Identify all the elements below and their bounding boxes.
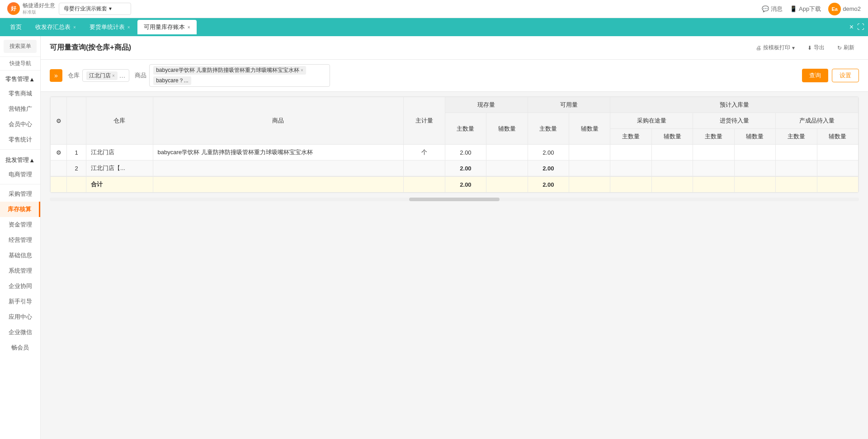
sidebar-quick-nav[interactable]: 快捷导航 bbox=[0, 57, 40, 71]
warehouse-tag-close[interactable]: × bbox=[112, 73, 115, 78]
sidebar: 搜索菜单 快捷导航 零售管理 ▲ 零售商城 营销推广 会员中心 零售统计 批发管… bbox=[0, 36, 41, 439]
td-avail-aux-2 bbox=[569, 160, 610, 177]
gear-icon[interactable]: ⚙ bbox=[56, 118, 61, 124]
sidebar-group-wholesale: 批发管理 ▲ 电商管理 bbox=[0, 151, 40, 182]
sidebar-item-enterprise[interactable]: 企业协同 bbox=[0, 279, 40, 294]
filter-actions: 查询 设置 bbox=[802, 69, 859, 82]
th-stock-aux: 辅数量 bbox=[486, 113, 528, 145]
th-produce-aux: 辅数量 bbox=[817, 129, 858, 145]
message-label: 消息 bbox=[771, 5, 783, 13]
logo-subtext: 标准版 bbox=[23, 9, 55, 15]
sidebar-item-members[interactable]: 会员中心 bbox=[0, 117, 40, 132]
sidebar-group-retail: 零售管理 ▲ 零售商城 营销推广 会员中心 零售统计 bbox=[0, 71, 40, 147]
tab-home[interactable]: 首页 bbox=[4, 20, 28, 34]
tab-stock-close[interactable]: × bbox=[188, 25, 190, 30]
sidebar-item-marketing[interactable]: 营销推广 bbox=[0, 101, 40, 117]
logo-icon: 好 bbox=[7, 2, 20, 15]
td-produce-aux bbox=[817, 145, 858, 160]
sidebar-item-changhui[interactable]: 畅会员 bbox=[0, 340, 40, 355]
close-all-icon[interactable]: × bbox=[849, 23, 854, 31]
tab-report2-close[interactable]: × bbox=[127, 25, 130, 30]
user-profile[interactable]: Ea demo2 bbox=[828, 3, 861, 15]
td-rownum-2: 2 bbox=[67, 160, 86, 177]
th-stock-main: 主数量 bbox=[445, 113, 486, 145]
th-incoming-group: 进货待入量 bbox=[693, 113, 776, 129]
sidebar-item-purchase[interactable]: 采购管理 bbox=[0, 186, 40, 202]
sidebar-item-wechat[interactable]: 企业微信 bbox=[0, 325, 40, 340]
sidebar-item-operations[interactable]: 经营管理 bbox=[0, 232, 40, 248]
td-avail-main-2: 2.00 bbox=[528, 160, 569, 177]
app-label: App下载 bbox=[799, 5, 821, 13]
sidebar-item-retail-stats[interactable]: 零售统计 bbox=[0, 132, 40, 147]
tab-report1-label: 收发存汇总表 bbox=[35, 23, 71, 31]
sidebar-item-basics[interactable]: 基础信息 bbox=[0, 248, 40, 263]
query-button[interactable]: 查询 bbox=[802, 69, 828, 82]
export-label: 导出 bbox=[814, 44, 825, 52]
summary-label: 合计 bbox=[86, 176, 153, 193]
td-warehouse: 江北门店 bbox=[86, 145, 153, 160]
app-icon: 📱 bbox=[790, 5, 797, 12]
table-row: 2 江北门店【... 2.00 2.00 bbox=[51, 160, 859, 177]
export-button[interactable]: ⬇ 导出 bbox=[803, 42, 829, 54]
app-download-button[interactable]: 📱 App下载 bbox=[790, 5, 821, 13]
tab-report2[interactable]: 要货单统计表 × bbox=[83, 20, 137, 34]
summary-gear bbox=[51, 176, 67, 193]
sidebar-group-retail-header[interactable]: 零售管理 ▲ bbox=[0, 71, 40, 86]
sidebar-item-appcenter[interactable]: 应用中心 bbox=[0, 309, 40, 325]
tab-stock[interactable]: 可用量库存账本 × bbox=[137, 20, 197, 34]
th-stock-group: 现存量 bbox=[445, 97, 528, 113]
sidebar-item-inventory[interactable]: 库存核算 bbox=[0, 202, 40, 217]
data-table-container: ⚙ 仓库 商品 主计量 现存量 可用量 预计入库量 主数量 辅数量 主数量 bbox=[50, 96, 859, 193]
th-purchase-aux: 辅数量 bbox=[651, 129, 693, 145]
td-incoming-aux bbox=[734, 145, 775, 160]
th-rownum bbox=[67, 97, 86, 145]
td-product-2 bbox=[153, 160, 404, 177]
org-dropdown-icon: ▾ bbox=[109, 5, 112, 12]
td-produce-main bbox=[776, 145, 817, 160]
logo-area: 好 畅捷通好生意 标准版 bbox=[7, 2, 55, 15]
message-button[interactable]: 💬 消息 bbox=[762, 5, 783, 13]
search-menu-button[interactable]: 搜索菜单 bbox=[4, 40, 37, 53]
filter-bar: » 仓库 江北门店 × ... 商品 babycare学饮杯 儿童防摔防撞吸管杯… bbox=[41, 60, 868, 92]
summary-stock-aux bbox=[486, 176, 528, 193]
sidebar-group-wholesale-label: 批发管理 bbox=[5, 156, 29, 164]
inventory-table: ⚙ 仓库 商品 主计量 现存量 可用量 预计入库量 主数量 辅数量 主数量 bbox=[50, 97, 859, 193]
tab-report1[interactable]: 收发存汇总表 × bbox=[29, 20, 82, 34]
sidebar-item-retail-mall[interactable]: 零售商城 bbox=[0, 86, 40, 101]
org-selector[interactable]: 母婴行业演示账套 ▾ bbox=[59, 3, 131, 15]
th-incoming-aux: 辅数量 bbox=[734, 129, 775, 145]
summary-avail-aux bbox=[569, 176, 610, 193]
summary-produce-aux bbox=[817, 176, 858, 193]
settings-button[interactable]: 设置 bbox=[832, 69, 859, 82]
top-bar-left: 好 畅捷通好生意 标准版 母婴行业演示账套 ▾ bbox=[7, 2, 131, 15]
td-gear-2[interactable] bbox=[51, 160, 67, 177]
td-purchase-aux-2 bbox=[651, 160, 693, 177]
summary-incoming-main bbox=[693, 176, 734, 193]
warehouse-tags[interactable]: 江北门店 × ... bbox=[82, 69, 129, 82]
th-avail-main: 主数量 bbox=[528, 113, 569, 145]
sidebar-item-guide[interactable]: 新手引导 bbox=[0, 294, 40, 309]
td-gear[interactable]: ⚙ bbox=[51, 145, 67, 160]
tab-report1-close[interactable]: × bbox=[73, 25, 76, 30]
sidebar-item-system[interactable]: 系统管理 bbox=[0, 263, 40, 279]
summary-avail-main: 2.00 bbox=[528, 176, 569, 193]
th-purchase-main: 主数量 bbox=[610, 129, 651, 145]
scroll-indicator[interactable] bbox=[50, 198, 859, 201]
sidebar-group-retail-label: 零售管理 bbox=[5, 75, 29, 83]
sidebar-group-wholesale-header[interactable]: 批发管理 ▲ bbox=[0, 151, 40, 167]
product-tag-1-close[interactable]: × bbox=[301, 68, 303, 73]
fullscreen-icon[interactable]: ⛶ bbox=[857, 23, 864, 31]
refresh-button[interactable]: ↻ 刷新 bbox=[833, 42, 859, 54]
th-purchase-group: 采购在途量 bbox=[610, 113, 693, 129]
filter-expand-button[interactable]: » bbox=[50, 69, 62, 82]
th-warehouse: 仓库 bbox=[86, 97, 153, 145]
td-incoming-main-2 bbox=[693, 160, 734, 177]
sidebar-item-ecommerce[interactable]: 电商管理 bbox=[0, 167, 40, 182]
summary-stock-main: 2.00 bbox=[445, 176, 486, 193]
product-tags[interactable]: babycare学饮杯 儿童防摔防撞吸管杯重力球吸嘴杯宝宝水杯 × babyca… bbox=[149, 64, 330, 87]
warehouse-dots[interactable]: ... bbox=[119, 71, 125, 80]
product-tag-2: babycare？... bbox=[153, 76, 191, 85]
print-button[interactable]: 🖨 按模板打印 ▾ bbox=[751, 42, 799, 54]
print-label: 按模板打印 bbox=[763, 44, 790, 52]
sidebar-item-finance[interactable]: 资金管理 bbox=[0, 217, 40, 232]
